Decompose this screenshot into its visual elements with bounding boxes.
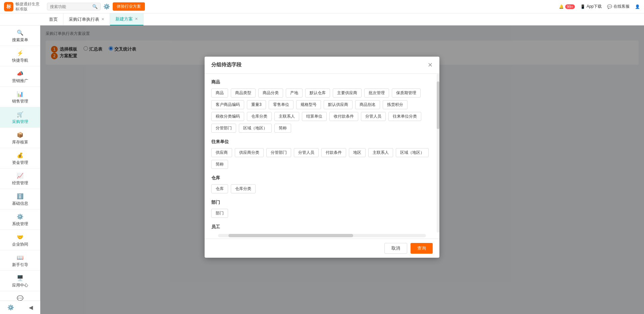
confirm-button[interactable]: 查询 <box>411 243 433 254</box>
quick-nav-icon: ⚡ <box>16 49 24 57</box>
field-tag[interactable]: 区域（地区） <box>239 124 272 133</box>
field-tag[interactable]: 简称 <box>211 160 228 169</box>
sidebar: 🔍 搜索菜单 ⚡ 快捷导航 📣 营销推广 📊 销售管理 🛒 采购管理 📦 库存核… <box>0 25 40 314</box>
tab-purchase-exec[interactable]: 采购订单执行表 ✕ <box>63 13 110 25</box>
h-scrollbar[interactable] <box>218 234 426 237</box>
sidebar-item-quick-nav[interactable]: ⚡ 快捷导航 <box>0 46 40 66</box>
section-department-title: 部门 <box>211 199 433 205</box>
sidebar-item-marketing[interactable]: 📣 营销推广 <box>0 66 40 87</box>
field-tag[interactable]: 重量3 <box>247 100 266 109</box>
field-tag[interactable]: 商品别名 <box>355 100 380 109</box>
settings-icon[interactable]: ⚙️ <box>103 3 110 10</box>
field-tag[interactable]: 仓库 <box>211 184 228 193</box>
field-tag[interactable]: 收付款条件 <box>329 112 358 121</box>
phone-icon: 📱 <box>580 4 585 9</box>
modal-header: 分组待选字段 ✕ <box>205 57 439 74</box>
field-tag[interactable]: 主联系人 <box>368 148 393 157</box>
field-tag[interactable]: 结算单位 <box>302 112 327 121</box>
field-tag[interactable]: 商品 <box>211 88 228 98</box>
sidebar-system-label: 系统管理 <box>12 221 28 227</box>
sales-icon: 📊 <box>16 90 24 98</box>
sidebar-finance-label: 资金管理 <box>12 160 28 166</box>
modal-title: 分组待选字段 <box>211 62 241 68</box>
field-tag[interactable]: 分管部门 <box>211 124 236 133</box>
modal-dialog: 分组待选字段 ✕ 商品 商品 商品类型 商品分类 产地 默认仓库 主要供应商 批… <box>205 57 439 258</box>
field-tag[interactable]: 拣货积分 <box>383 100 408 109</box>
inventory-icon: 📦 <box>16 131 24 138</box>
sidebar-item-enterprise[interactable]: 🤝 企业协同 <box>0 230 40 250</box>
sidebar-item-system[interactable]: ⚙️ 系统管理 <box>0 209 40 230</box>
section-counterpart: 往来单位 供应商 供应商分类 分管部门 分管人员 付款条件 地区 主联系人 区域… <box>211 139 433 169</box>
warehouse-field-tags: 仓库 仓库分类 <box>211 184 433 193</box>
bottom-collapse-icon[interactable]: ◀ <box>29 304 33 311</box>
field-tag[interactable]: 默认供应商 <box>324 100 353 109</box>
search-input[interactable] <box>50 4 92 9</box>
product-field-tags: 商品 商品类型 商品分类 产地 默认仓库 主要供应商 批次管理 保质期管理 客户… <box>211 88 433 133</box>
field-tag[interactable]: 仓库分类 <box>247 112 272 121</box>
section-employee-title: 员工 <box>211 224 433 230</box>
app-download-item[interactable]: 📱 App下载 <box>580 4 602 9</box>
tab-new-plan[interactable]: 新建方案 ✕ <box>110 13 144 25</box>
notification-item[interactable]: 🔔 99+ <box>559 4 575 9</box>
sidebar-sales-label: 销售管理 <box>12 99 28 104</box>
logo-icon: 标 <box>4 2 13 11</box>
field-tag[interactable]: 商品分类 <box>258 88 283 98</box>
field-tag[interactable]: 分管部门 <box>266 148 291 157</box>
tab-new-plan-label: 新建方案 <box>115 16 133 22</box>
search-menu-icon: 🔍 <box>16 29 24 36</box>
section-employee: 员工 业务员 <box>211 224 433 233</box>
header-search-box[interactable]: 🔍 <box>47 3 101 10</box>
field-tag[interactable]: 分管人员 <box>294 148 319 157</box>
field-tag[interactable]: 往来单位分类 <box>388 112 421 121</box>
tab-purchase-close[interactable]: ✕ <box>101 17 104 21</box>
sidebar-item-finance[interactable]: 💰 资金管理 <box>0 148 40 169</box>
field-tag[interactable]: 批次管理 <box>364 88 389 98</box>
field-tag[interactable]: 默认仓库 <box>305 88 330 98</box>
bottom-settings-icon[interactable]: ⚙️ <box>7 304 14 311</box>
sidebar-item-sales[interactable]: 📊 销售管理 <box>0 87 40 107</box>
field-tag[interactable]: 区域（地区） <box>396 148 429 157</box>
online-service-item[interactable]: 💬 在线客服 <box>607 4 630 9</box>
field-tag[interactable]: 客户商品编码 <box>211 100 244 109</box>
field-tag[interactable]: 主联系人 <box>274 112 299 121</box>
experience-btn[interactable]: 体验行业方案 <box>113 2 145 11</box>
sidebar-item-app-center[interactable]: 🖥️ 应用中心 <box>0 271 40 291</box>
modal-close-btn[interactable]: ✕ <box>428 61 433 69</box>
top-header: 标 畅捷通好生意 标准版 🔍 ⚙️ 体验行业方案 🔔 99+ 📱 App下载 💬… <box>0 0 644 13</box>
sidebar-item-search[interactable]: 🔍 搜索菜单 <box>0 25 40 46</box>
sidebar-item-guide[interactable]: 📖 新手引导 <box>0 250 40 271</box>
tab-home-label: 首页 <box>49 16 58 22</box>
cancel-button[interactable]: 取消 <box>384 243 407 254</box>
tab-new-plan-close[interactable]: ✕ <box>135 17 138 21</box>
sidebar-app-label: 应用中心 <box>12 282 28 288</box>
h-scrollbar-thumb <box>228 234 353 237</box>
field-tag[interactable]: 商品类型 <box>231 88 256 98</box>
operations-icon: 📈 <box>16 172 24 179</box>
field-tag[interactable]: 仓库分类 <box>231 184 256 193</box>
sidebar-item-basic-info[interactable]: ℹ️ 基础信息 <box>0 189 40 209</box>
field-tag[interactable]: 税收分类编码 <box>211 112 244 121</box>
field-tag[interactable]: 供应商分类 <box>235 148 264 157</box>
sidebar-item-operations[interactable]: 📈 经营管理 <box>0 169 40 189</box>
tab-home[interactable]: 首页 <box>44 13 63 25</box>
field-tag[interactable]: 零售单位 <box>269 100 293 109</box>
field-tag[interactable]: 地区 <box>349 148 366 157</box>
sidebar-item-inventory[interactable]: 📦 库存核算 <box>0 128 40 148</box>
field-tag[interactable]: 简称 <box>274 124 291 133</box>
user-avatar[interactable]: 👤 <box>635 4 640 9</box>
logo-text: 畅捷通好生意 标准版 <box>15 2 40 11</box>
field-tag[interactable]: 供应商 <box>211 148 232 157</box>
field-tag[interactable]: 部门 <box>211 209 228 218</box>
field-tag[interactable]: 分管人员 <box>361 112 386 121</box>
field-tag[interactable]: 规格型号 <box>296 100 321 109</box>
sidebar-purchase-label: 采购管理 <box>12 119 28 125</box>
field-tag[interactable]: 保质期管理 <box>392 88 421 98</box>
field-tag[interactable]: 主要供应商 <box>333 88 362 98</box>
section-warehouse-title: 仓库 <box>211 175 433 181</box>
field-tag[interactable]: 付款条件 <box>321 148 346 157</box>
sidebar-item-purchase[interactable]: 🛒 采购管理 <box>0 107 40 128</box>
sidebar-quick-label: 快捷导航 <box>12 58 28 63</box>
purchase-icon: 🛒 <box>16 111 24 118</box>
modal-scrollbar[interactable] <box>437 74 439 233</box>
field-tag[interactable]: 产地 <box>286 88 303 98</box>
